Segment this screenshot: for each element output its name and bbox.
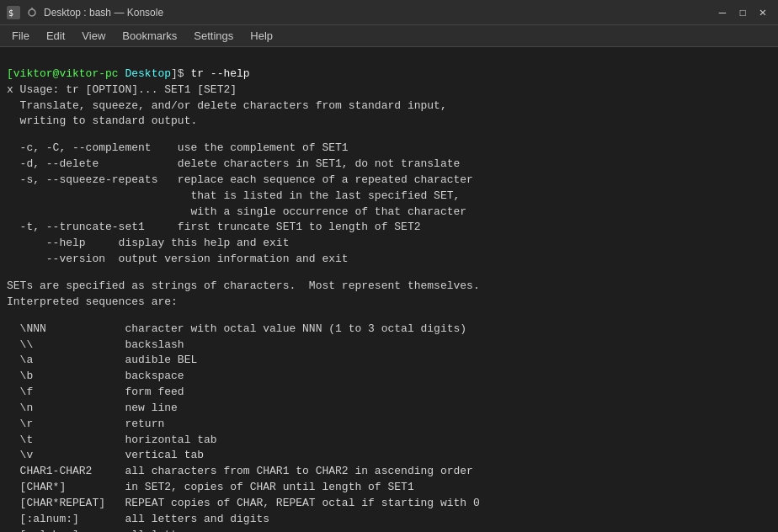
output-line <box>7 130 771 141</box>
menu-file[interactable]: File <box>3 28 38 44</box>
menu-settings[interactable]: Settings <box>185 28 242 44</box>
command-text: tr --help <box>184 67 250 80</box>
output-line: --version output version information and… <box>7 252 771 268</box>
output-line: \f form feed <box>7 385 771 401</box>
menu-help[interactable]: Help <box>242 28 281 44</box>
output-line: -t, --truncate-set1 first truncate SET1 … <box>7 220 771 236</box>
output-line: [CHAR*REPEAT] REPEAT copies of CHAR, REP… <box>7 496 771 512</box>
prompt-user: [viktor@viktor-pc <box>7 67 119 80</box>
output-line: SETs are specified as strings of charact… <box>7 279 771 295</box>
menu-view[interactable]: View <box>73 28 114 44</box>
menubar: File Edit View Bookmarks Settings Help <box>0 25 778 47</box>
output-line: \r return <box>7 417 771 433</box>
menu-bookmarks[interactable]: Bookmarks <box>114 28 185 44</box>
terminal-output[interactable]: [viktor@viktor-pc Desktop]$ tr --helpx U… <box>0 47 778 532</box>
prompt-path: Desktop <box>119 67 171 80</box>
svg-point-2 <box>29 9 35 16</box>
output-line: \\ backslash <box>7 338 771 354</box>
window-title: Desktop : bash — Konsole <box>44 7 163 19</box>
output-line: [CHAR*] in SET2, copies of CHAR until le… <box>7 480 771 496</box>
output-line: that is listed in the last specified SET… <box>7 189 771 205</box>
minimize-button[interactable]: — <box>714 4 731 21</box>
output-line: Interpreted sequences are: <box>7 295 771 311</box>
output-line: Translate, squeeze, and/or delete charac… <box>7 98 771 114</box>
output-line: with a single occurrence of that charact… <box>7 205 771 221</box>
window-controls[interactable]: — ☐ ✕ <box>714 4 771 21</box>
output-line: -d, --delete delete characters in SET1, … <box>7 157 771 173</box>
prompt-line: [viktor@viktor-pc Desktop]$ tr --help <box>7 66 771 82</box>
output-line: [:alnum:] all letters and digits <box>7 512 771 528</box>
output-line <box>7 268 771 279</box>
pin-icon <box>25 6 39 19</box>
output-line: -c, -C, --complement use the complement … <box>7 141 771 157</box>
output-line: -s, --squeeze-repeats replace each seque… <box>7 173 771 189</box>
menu-edit[interactable]: Edit <box>38 28 73 44</box>
output-line: x Usage: tr [OPTION]... SET1 [SET2] <box>7 82 771 98</box>
maximize-button[interactable]: ☐ <box>734 4 751 21</box>
output-line: CHAR1-CHAR2 all characters from CHAR1 to… <box>7 464 771 480</box>
output-line: writing to standard output. <box>7 114 771 130</box>
output-line <box>7 311 771 322</box>
prompt-symbol: ]$ <box>171 67 184 80</box>
app-icon: $ <box>7 6 20 19</box>
titlebar: $ Desktop : bash — Konsole — ☐ ✕ <box>0 0 778 25</box>
output-line: \a audible BEL <box>7 353 771 369</box>
output-line: \NNN character with octal value NNN (1 t… <box>7 322 771 338</box>
titlebar-left: $ Desktop : bash — Konsole <box>7 6 163 19</box>
output-line: \v vertical tab <box>7 448 771 464</box>
svg-text:$: $ <box>8 8 13 18</box>
output-line: [:alpha:] all letters <box>7 528 771 532</box>
output-line: \b backspace <box>7 369 771 385</box>
output-line: \t horizontal tab <box>7 433 771 449</box>
output-line: --help display this help and exit <box>7 236 771 252</box>
close-button[interactable]: ✕ <box>754 4 771 21</box>
output-line: \n new line <box>7 401 771 417</box>
